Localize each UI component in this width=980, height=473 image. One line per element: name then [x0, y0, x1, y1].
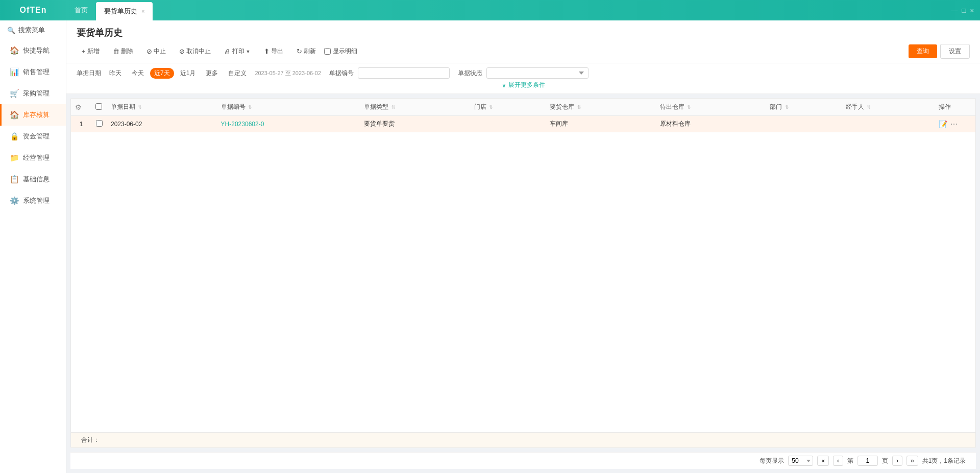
col-dept-header[interactable]: 部门 ⇅: [766, 99, 842, 116]
prev-page-btn[interactable]: ‹: [833, 456, 843, 466]
settings-button[interactable]: 设置: [940, 44, 970, 59]
sidebar-item-quick-nav[interactable]: 🏠 快捷导航: [0, 40, 66, 61]
export-button[interactable]: ⬆ 导出: [259, 45, 288, 58]
query-button[interactable]: 查询: [909, 44, 937, 58]
footer-total: 合计：: [71, 432, 975, 447]
tab-home[interactable]: 首页: [66, 0, 96, 20]
maximize-icon[interactable]: □: [962, 7, 966, 14]
sort-store-icon: ⇅: [489, 105, 493, 110]
date-buttons: 昨天 今天 近7天 近1月 更多 自定义: [105, 68, 251, 79]
finance-icon: 🔒: [10, 132, 19, 141]
system-icon: ⚙️: [10, 196, 19, 205]
sidebar-item-purchase[interactable]: 🛒 采购管理: [0, 83, 66, 104]
status-filter-group: 单据状态: [458, 67, 589, 79]
inventory-icon: 🏠: [10, 110, 19, 120]
chevron-down-icon: ∨: [502, 82, 506, 89]
first-page-btn[interactable]: «: [817, 456, 829, 466]
next-page-btn[interactable]: ›: [892, 456, 902, 466]
row-checkbox[interactable]: [91, 116, 107, 132]
refresh-icon: ↻: [297, 48, 302, 55]
date-btn-custom[interactable]: 自定义: [224, 68, 251, 79]
date-btn-1month[interactable]: 近1月: [176, 68, 200, 79]
purchase-icon: 🛒: [10, 89, 19, 98]
row-docno-link[interactable]: YH-20230602-0: [221, 121, 264, 128]
new-button[interactable]: + 新增: [77, 45, 105, 58]
sidebar-item-system[interactable]: ⚙️ 系统管理: [0, 190, 66, 211]
sort-doctype-icon: ⇅: [391, 105, 396, 110]
delete-icon: 🗑: [113, 48, 119, 55]
sort-docno-icon: ⇅: [248, 105, 252, 110]
col-handler-header[interactable]: 经手人 ⇅: [842, 99, 935, 116]
content-area: 要货单历史 + 新增 🗑 删除 ⊘ 中止 ⊘ 取消中止: [66, 20, 980, 473]
col-req-warehouse-header[interactable]: 要货仓库 ⇅: [546, 99, 655, 116]
toolbar: + 新增 🗑 删除 ⊘ 中止 ⊘ 取消中止 🖨 打印: [77, 44, 970, 63]
date-btn-today[interactable]: 今天: [128, 68, 148, 79]
row-edit-icon[interactable]: 📝: [939, 120, 947, 128]
status-select[interactable]: [486, 67, 589, 79]
app-logo: OfTEn: [0, 0, 66, 20]
col-date-header[interactable]: 单据日期 ⇅: [107, 99, 217, 116]
sidebar-item-finance[interactable]: 🔒 资金管理: [0, 126, 66, 147]
col-checkbox-header[interactable]: [91, 99, 107, 116]
delete-button[interactable]: 🗑 删除: [108, 45, 138, 58]
doc-no-label: 单据编号: [329, 69, 354, 78]
display-detail-checkbox[interactable]: [324, 48, 331, 55]
expand-more-btn[interactable]: ∨ 展开更多条件: [77, 81, 970, 89]
page-label: 第: [847, 457, 853, 465]
sidebar-item-base-info[interactable]: 📋 基础信息: [0, 169, 66, 190]
cancel-stop-icon: ⊘: [179, 48, 185, 55]
print-button[interactable]: 🖨 打印 ▼: [219, 45, 256, 58]
date-btn-more[interactable]: 更多: [202, 68, 222, 79]
row-num: 1: [71, 116, 91, 132]
sales-icon: 📊: [10, 67, 19, 77]
table-settings-icon[interactable]: ⚙: [75, 103, 82, 111]
sidebar-item-operations[interactable]: 📁 经营管理: [0, 147, 66, 169]
col-settings[interactable]: ⚙: [71, 99, 91, 116]
row-more-icon[interactable]: ⋯: [950, 120, 958, 128]
print-icon: 🖨: [224, 48, 231, 55]
home-icon: 🏠: [10, 46, 19, 55]
cancel-stop-button[interactable]: ⊘ 取消中止: [174, 45, 216, 58]
row-select-checkbox[interactable]: [96, 120, 103, 127]
select-all-checkbox[interactable]: [95, 103, 102, 110]
row-docno[interactable]: YH-20230602-0: [217, 116, 360, 132]
per-page-select[interactable]: 20 50 100: [788, 456, 813, 466]
date-btn-yesterday[interactable]: 昨天: [105, 68, 126, 79]
sidebar: 🔍 搜索菜单 🏠 快捷导航 📊 销售管理 🛒 采购管理 🏠 库存核算 🔒 资金管…: [0, 20, 66, 473]
table-row[interactable]: 1 2023-06-02 YH-20230602-0 要货单要货 车间库: [71, 116, 975, 132]
col-doctype-header[interactable]: 单据类型 ⇅: [360, 99, 470, 116]
plus-icon: +: [82, 48, 86, 55]
search-icon: 🔍: [7, 27, 15, 34]
date-btn-7days[interactable]: 近7天: [150, 68, 174, 79]
print-dropdown-icon: ▼: [246, 49, 251, 54]
sort-req-warehouse-icon: ⇅: [577, 105, 581, 110]
refresh-button[interactable]: ↻ 刷新: [291, 45, 321, 58]
close-tab-icon[interactable]: ×: [141, 8, 144, 14]
stop-button[interactable]: ⊘ 中止: [141, 45, 171, 58]
page-title: 要货单历史: [77, 27, 970, 39]
topbar-right: — □ ×: [945, 7, 980, 14]
sidebar-item-inventory[interactable]: 🏠 库存核算: [0, 104, 66, 126]
row-handler: [842, 116, 935, 132]
doc-no-input[interactable]: [358, 67, 450, 79]
tab-bar: 首页 要货单历史 ×: [66, 0, 945, 20]
col-docno-header[interactable]: 单据编号 ⇅: [217, 99, 360, 116]
tab-purchase-history[interactable]: 要货单历史 ×: [96, 2, 153, 20]
filter-row: 单据日期 昨天 今天 近7天 近1月 更多 自定义 2023-05-27 至 2…: [77, 67, 970, 79]
sort-dept-icon: ⇅: [785, 105, 789, 110]
date-filter-label: 单据日期: [77, 69, 101, 78]
date-filter-group: 单据日期 昨天 今天 近7天 近1月 更多 自定义 2023-05-27 至 2…: [77, 68, 321, 79]
col-store-header[interactable]: 门店 ⇅: [470, 99, 546, 116]
row-pending-warehouse: 原材料仓库: [656, 116, 766, 132]
last-page-btn[interactable]: »: [906, 456, 918, 466]
close-window-icon[interactable]: ×: [970, 7, 974, 14]
date-range-text: 2023-05-27 至 2023-06-02: [255, 69, 321, 77]
sidebar-search[interactable]: 🔍 搜索菜单: [0, 20, 66, 40]
sidebar-item-sales[interactable]: 📊 销售管理: [0, 61, 66, 83]
current-page-input[interactable]: [857, 456, 878, 466]
table-scroll[interactable]: ⚙ 单据日期 ⇅ 单据编号 ⇅: [71, 99, 975, 432]
minimize-icon[interactable]: —: [951, 7, 958, 14]
col-pending-warehouse-header[interactable]: 待出仓库 ⇅: [656, 99, 766, 116]
display-detail-toggle[interactable]: 显示明细: [324, 47, 357, 56]
sort-pending-warehouse-icon: ⇅: [687, 105, 691, 110]
